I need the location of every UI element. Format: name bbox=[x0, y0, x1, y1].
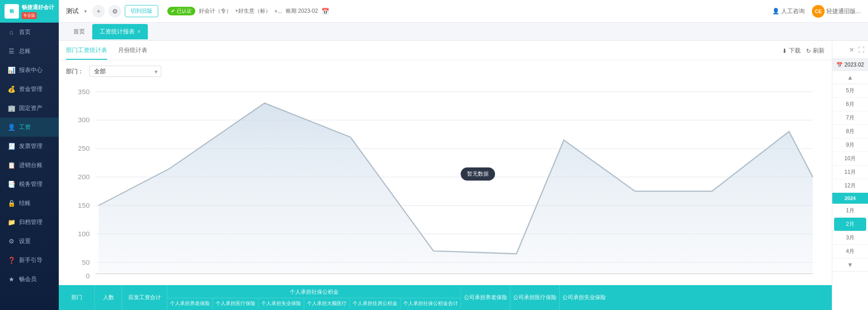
svg-text:350: 350 bbox=[78, 88, 90, 95]
home-icon: ⌂ bbox=[7, 29, 15, 36]
filter-label: 部门： bbox=[66, 67, 84, 76]
panel-expand-icon[interactable]: ⛶ bbox=[858, 46, 864, 53]
sales-icon: 📋 bbox=[7, 162, 15, 169]
subtab-dept-report[interactable]: 部门工资统计表 bbox=[66, 46, 107, 60]
calendar-small-icon: 📅 bbox=[836, 62, 843, 68]
month-7[interactable]: 7月 bbox=[832, 111, 868, 125]
th-count: 人数 bbox=[95, 285, 122, 310]
th-personal-total: 个人承担社保公积金合计 bbox=[401, 298, 461, 309]
sidebar-item-member[interactable]: ★ 畅会员 bbox=[0, 270, 59, 289]
sidebar-item-tax[interactable]: 📑 税务管理 bbox=[0, 175, 59, 194]
filter-bar: 部门： 全部 销售部 财务部 技术部 行政部 bbox=[59, 60, 832, 82]
sidebar-item-payroll[interactable]: 👤 工资 bbox=[0, 118, 59, 137]
th-group-cols: 个人承担养老保险 个人承担医疗保险 个人承担失业保险 个人承担大额医疗 个人承担 bbox=[167, 298, 461, 309]
ledger-icon: ☰ bbox=[7, 48, 15, 55]
topbar-badges: ✔ 已认证 好会计（专） +好生意（标） +... 账期 2023-02 📅 bbox=[167, 7, 767, 15]
calendar-icon[interactable]: 📅 bbox=[321, 8, 329, 15]
subtabs-actions: ⬇ 下载 ↻ 刷新 bbox=[782, 47, 825, 59]
svg-text:250: 250 bbox=[78, 145, 90, 153]
topbar-title: 测试 bbox=[66, 7, 79, 15]
th-total-salary: 应发工资合计 bbox=[122, 285, 167, 310]
month-9[interactable]: 9月 bbox=[832, 138, 868, 152]
sidebar-item-home[interactable]: ⌂ 首页 bbox=[0, 23, 59, 42]
tax-icon: 📑 bbox=[7, 181, 15, 188]
assets-icon: 🏢 bbox=[7, 105, 15, 112]
month-2-active[interactable]: 2月 bbox=[834, 218, 866, 231]
next-year-btn[interactable]: ▼ bbox=[845, 260, 855, 269]
tag-haoshengyi: +好生意（标） bbox=[235, 7, 271, 15]
prev-year-btn[interactable]: ▲ bbox=[845, 73, 855, 82]
guide-icon: ❓ bbox=[7, 257, 15, 264]
download-button[interactable]: ⬇ 下载 bbox=[782, 47, 801, 55]
refresh-button[interactable]: ↻ 刷新 bbox=[806, 47, 825, 55]
reports-icon: 📊 bbox=[7, 67, 15, 74]
month-11[interactable]: 11月 bbox=[832, 166, 868, 179]
month-4[interactable]: 4月 bbox=[832, 245, 868, 258]
th-personal-unemployment: 个人承担失业保险 bbox=[259, 298, 304, 309]
sidebar-item-reports[interactable]: 📊 报表中心 bbox=[0, 61, 59, 80]
month-5[interactable]: 5月 bbox=[832, 84, 868, 98]
department-select-wrap: 全部 销售部 财务部 技术部 行政部 bbox=[89, 66, 161, 77]
month-3[interactable]: 3月 bbox=[832, 231, 868, 245]
panel-close-icon[interactable]: ✕ bbox=[849, 46, 854, 53]
year-display: 📅 2023.02 bbox=[832, 59, 868, 71]
funds-icon: 💰 bbox=[7, 86, 15, 93]
svg-text:0: 0 bbox=[86, 272, 90, 280]
right-panel: ✕ ⛶ 📅 2023.02 ▲ 5月 6月 7月 8月 9月 10月 11月 1… bbox=[832, 41, 868, 310]
th-personal-housing-fund: 个人承担住房公积金 bbox=[350, 298, 401, 309]
invoice-icon: 🧾 bbox=[7, 143, 15, 150]
dropdown-arrow-icon[interactable]: ▾ bbox=[84, 8, 87, 14]
th-personal-major-medical: 个人承担大额医疗 bbox=[304, 298, 350, 309]
tab-payroll-report[interactable]: 工资统计报表 × bbox=[92, 24, 148, 39]
tab-close-icon[interactable]: × bbox=[137, 29, 141, 35]
sidebar: 畅 畅捷通好会计 专业版 ⌂ 首页 ☰ 总账 📊 报表中心 💰 资金管理 🏢 固… bbox=[0, 0, 59, 310]
tag-period: 账期 2023-02 bbox=[286, 7, 318, 15]
chart-area: 350 300 250 200 150 100 50 0 bbox=[59, 82, 832, 285]
switch-version-button[interactable]: 切到旧版 bbox=[125, 5, 158, 17]
sidebar-logo: 畅 畅捷通好会计 专业版 bbox=[0, 0, 59, 23]
add-button[interactable]: ＋ bbox=[92, 5, 105, 18]
settings-icon: ⚙ bbox=[7, 238, 15, 245]
main-content: 测试 ▾ ＋ ⚙ 切到旧版 ✔ 已认证 好会计（专） +好生意（标） +... … bbox=[59, 0, 868, 310]
sidebar-item-archive[interactable]: 📁 归档管理 bbox=[0, 213, 59, 232]
logo-text: 畅捷通好会计 专业版 bbox=[22, 4, 54, 19]
content-main: 部门工资统计表 月份统计表 ⬇ 下载 ↻ 刷新 bbox=[59, 41, 832, 310]
th-group-personal-insurance: 个人承担社保公积金 个人承担养老保险 个人承担医疗保险 个人承担失业保险 个人承… bbox=[167, 286, 461, 309]
sidebar-item-assets[interactable]: 🏢 固定资产 bbox=[0, 99, 59, 118]
consult-button[interactable]: 👤 人工咨询 bbox=[772, 7, 805, 15]
cert-badge: ✔ 已认证 bbox=[167, 7, 195, 15]
month-10[interactable]: 10月 bbox=[832, 152, 868, 166]
payroll-icon: 👤 bbox=[7, 124, 15, 131]
th-group-title: 个人承担社保公积金 bbox=[167, 286, 461, 298]
tag-haohuiji: 好会计（专） bbox=[199, 7, 231, 15]
tag-more: +... bbox=[274, 8, 282, 14]
settings-gear-button[interactable]: ⚙ bbox=[108, 5, 121, 18]
right-panel-header: ✕ ⛶ bbox=[832, 41, 868, 59]
th-company-pension: 公司承担养老保险 bbox=[461, 285, 510, 310]
th-dept: 部门 bbox=[59, 285, 95, 310]
month-6[interactable]: 6月 bbox=[832, 98, 868, 111]
sidebar-nav: ⌂ 首页 ☰ 总账 📊 报表中心 💰 资金管理 🏢 固定资产 👤 工资 🧾 发票… bbox=[0, 23, 59, 310]
sidebar-item-settings[interactable]: ⚙ 设置 bbox=[0, 232, 59, 251]
sidebar-item-guide[interactable]: ❓ 新手引导 bbox=[0, 251, 59, 270]
department-select[interactable]: 全部 销售部 财务部 技术部 行政部 bbox=[89, 66, 161, 77]
logo-icon: 畅 bbox=[5, 4, 19, 19]
sidebar-item-sales[interactable]: 📋 进销台账 bbox=[0, 156, 59, 175]
tabbar: 首页 工资统计报表 × bbox=[59, 23, 868, 41]
sidebar-item-funds[interactable]: 💰 资金管理 bbox=[0, 80, 59, 99]
quick-nav[interactable]: CE 轻捷通旧版... bbox=[812, 5, 861, 18]
month-1[interactable]: 1月 bbox=[832, 204, 868, 218]
subtab-month-report[interactable]: 月份统计表 bbox=[118, 46, 147, 60]
month-8[interactable]: 8月 bbox=[832, 125, 868, 138]
svg-text:100: 100 bbox=[78, 230, 90, 238]
consult-icon: 👤 bbox=[772, 8, 779, 14]
month-12[interactable]: 12月 bbox=[832, 179, 868, 193]
sidebar-item-invoice[interactable]: 🧾 发票管理 bbox=[0, 137, 59, 156]
tab-home[interactable]: 首页 bbox=[66, 24, 92, 39]
line-chart: 350 300 250 200 150 100 50 0 bbox=[66, 86, 825, 285]
topbar-actions: ＋ ⚙ 切到旧版 bbox=[92, 5, 158, 18]
download-icon: ⬇ bbox=[782, 48, 787, 54]
sidebar-item-ledger[interactable]: ☰ 总账 bbox=[0, 42, 59, 61]
refresh-icon: ↻ bbox=[806, 48, 811, 54]
sidebar-item-close[interactable]: 🔒 结账 bbox=[0, 194, 59, 213]
